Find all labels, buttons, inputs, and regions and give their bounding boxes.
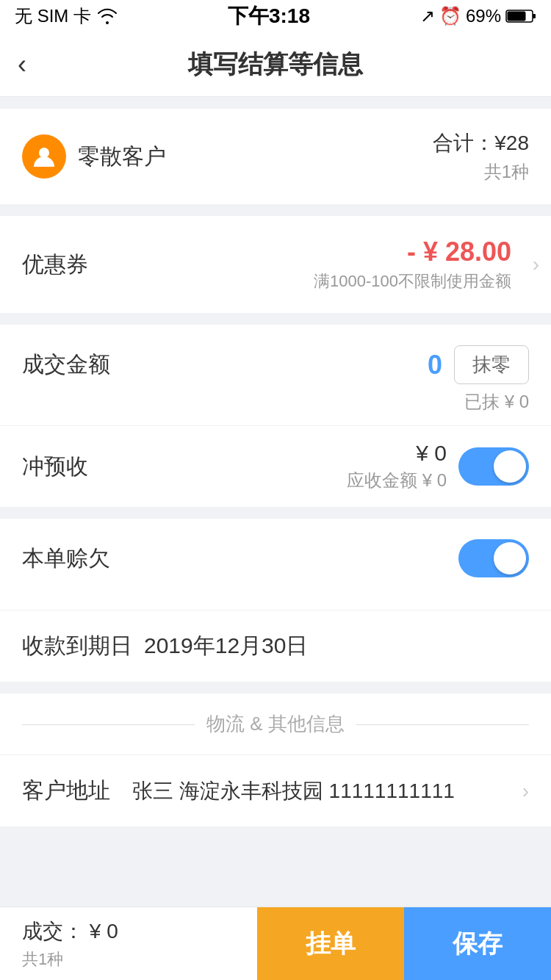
coupon-section: 优惠券 - ¥ 28.00 满1000-100不限制使用金额 › bbox=[0, 216, 551, 313]
person-icon bbox=[31, 143, 57, 170]
bottom-deal-summary: 成交： ¥ 0 bbox=[22, 918, 235, 945]
status-time: 下午3:18 bbox=[228, 2, 310, 30]
deal-amount-value[interactable]: 0 bbox=[428, 350, 442, 381]
bottom-summary: 成交： ¥ 0 共1种 bbox=[0, 918, 257, 970]
deal-amount-sub: 已抹 ¥ 0 bbox=[22, 390, 529, 414]
address-label: 客户地址 bbox=[22, 776, 110, 806]
credit-row: 本单赊欠 bbox=[0, 519, 551, 598]
pre-receipt-label: 冲预收 bbox=[22, 452, 88, 482]
battery-text: 69% bbox=[466, 6, 501, 26]
deal-section: 成交金额 0 抹零 已抹 ¥ 0 冲预收 ¥ 0 应收金额 ¥ 0 bbox=[0, 325, 551, 507]
deal-amount-row: 成交金额 0 抹零 已抹 ¥ 0 bbox=[0, 325, 551, 425]
credit-toggle[interactable] bbox=[458, 539, 529, 577]
status-right: ↗ ⏰ 69% bbox=[420, 6, 536, 26]
coupon-label: 优惠券 bbox=[22, 250, 88, 280]
due-date-value[interactable]: 2019年12月30日 bbox=[144, 631, 308, 661]
location-icon: ↗ bbox=[420, 6, 435, 26]
status-left: 无 SIM 卡 bbox=[15, 4, 118, 28]
round-off-button[interactable]: 抹零 bbox=[454, 345, 529, 384]
wifi-icon bbox=[97, 8, 118, 24]
pre-amount-sub: 应收金额 ¥ 0 bbox=[347, 469, 447, 492]
customer-name: 零散客户 bbox=[78, 142, 166, 172]
customer-right: 合计：¥28 共1种 bbox=[433, 129, 529, 184]
credit-label: 本单赊欠 bbox=[22, 544, 110, 574]
coupon-chevron-icon: › bbox=[533, 253, 539, 276]
logistics-title: 物流 & 其他信息 bbox=[195, 711, 356, 737]
bottom-item-count: 共1种 bbox=[22, 948, 235, 970]
due-date-label: 收款到期日 bbox=[22, 631, 132, 661]
credit-toggle-knob bbox=[494, 542, 526, 574]
logistics-section: 物流 & 其他信息 客户地址 张三 海淀永丰科技园 11111111111 › bbox=[0, 693, 551, 826]
pre-amounts: ¥ 0 应收金额 ¥ 0 bbox=[347, 441, 447, 492]
coupon-amount: - ¥ 28.00 bbox=[314, 237, 511, 267]
nav-bar: ‹ 填写结算等信息 bbox=[0, 32, 551, 97]
coupon-description: 满1000-100不限制使用金额 bbox=[314, 270, 511, 292]
customer-left: 零散客户 bbox=[22, 134, 166, 179]
pre-amount-value: ¥ 0 bbox=[347, 441, 447, 466]
pre-receipt-toggle[interactable] bbox=[458, 447, 529, 486]
svg-point-3 bbox=[39, 148, 49, 158]
back-button[interactable]: ‹ bbox=[18, 49, 26, 80]
deal-amount-right: 0 抹零 bbox=[428, 345, 529, 384]
battery-icon bbox=[505, 8, 536, 24]
save-button[interactable]: 保存 bbox=[404, 907, 551, 981]
address-chevron-icon: › bbox=[522, 779, 529, 803]
deal-amount-label: 成交金额 bbox=[22, 350, 110, 380]
hang-order-button[interactable]: 挂单 bbox=[257, 907, 404, 981]
svg-rect-2 bbox=[507, 12, 525, 21]
pre-receipt-row: 冲预收 ¥ 0 应收金额 ¥ 0 bbox=[0, 425, 551, 507]
main-content: 零散客户 合计：¥28 共1种 优惠券 - ¥ 28.00 满1000-100不… bbox=[0, 109, 551, 926]
alarm-icon: ⏰ bbox=[439, 6, 461, 26]
pre-receipt-right: ¥ 0 应收金额 ¥ 0 bbox=[347, 441, 529, 492]
credit-section: 本单赊欠 收款到期日 2019年12月30日 bbox=[0, 519, 551, 682]
toggle-knob bbox=[494, 450, 526, 483]
status-bar: 无 SIM 卡 下午3:18 ↗ ⏰ 69% bbox=[0, 0, 551, 32]
customer-total: 合计：¥28 bbox=[433, 129, 529, 157]
bottom-bar: 成交： ¥ 0 共1种 挂单 保存 bbox=[0, 907, 551, 980]
due-date-row: 收款到期日 2019年12月30日 bbox=[0, 610, 551, 682]
customer-row: 零散客户 合计：¥28 共1种 bbox=[0, 109, 551, 204]
logistics-header: 物流 & 其他信息 bbox=[0, 693, 551, 754]
address-value: 张三 海淀永丰科技园 11111111111 bbox=[132, 777, 522, 805]
customer-section: 零散客户 合计：¥28 共1种 bbox=[0, 109, 551, 204]
coupon-row[interactable]: 优惠券 - ¥ 28.00 满1000-100不限制使用金额 › bbox=[0, 216, 551, 313]
customer-avatar bbox=[22, 134, 66, 179]
no-sim-text: 无 SIM 卡 bbox=[15, 4, 91, 28]
address-row[interactable]: 客户地址 张三 海淀永丰科技园 11111111111 › bbox=[0, 754, 551, 826]
svg-rect-1 bbox=[533, 14, 536, 18]
coupon-right: - ¥ 28.00 满1000-100不限制使用金额 bbox=[314, 237, 511, 292]
page-title: 填写结算等信息 bbox=[188, 48, 363, 82]
customer-count: 共1种 bbox=[433, 160, 529, 184]
